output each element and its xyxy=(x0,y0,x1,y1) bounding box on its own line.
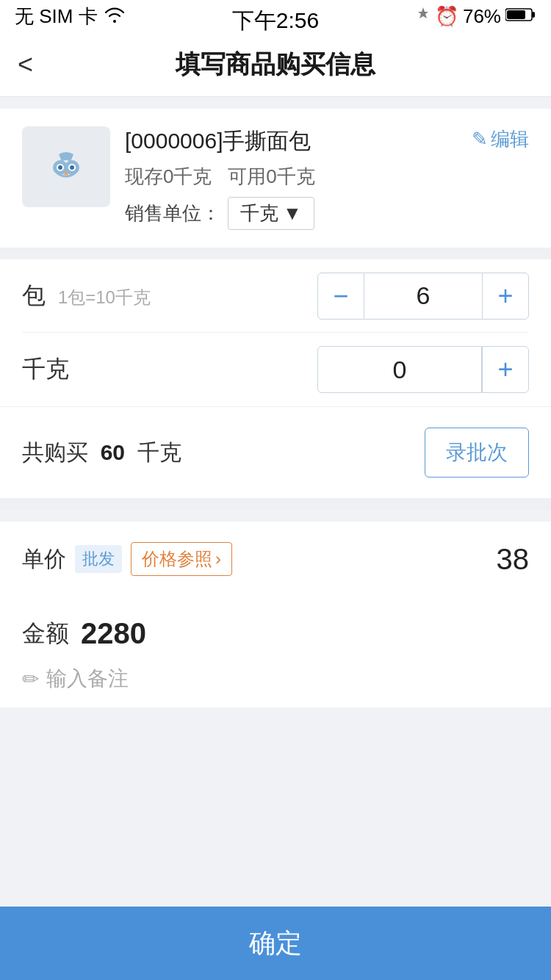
product-logo xyxy=(44,147,88,187)
bao-increase-button[interactable]: + xyxy=(482,273,529,320)
unit-select[interactable]: 千克 ▼ xyxy=(228,197,314,230)
total-section: 共购买 60 千克 录批次 xyxy=(0,406,551,498)
wifi-icon xyxy=(104,5,126,28)
status-bar: 无 SIM 卡 下午2:56 ⏰ 76% xyxy=(0,0,551,32)
kg-label: 千克 xyxy=(22,353,184,386)
product-thumbnail xyxy=(22,126,110,207)
product-unit-row: 销售单位： 千克 ▼ xyxy=(125,197,529,230)
carrier-text: 无 SIM 卡 xyxy=(15,4,98,29)
amount-section: 金额 2280 ✏ 输入备注 xyxy=(0,597,551,707)
svg-rect-1 xyxy=(532,12,535,18)
bao-controls: − + xyxy=(317,273,529,320)
kg-controls: + xyxy=(317,346,529,393)
svg-rect-2 xyxy=(507,10,525,19)
battery-text: 76% xyxy=(463,5,501,28)
svg-point-7 xyxy=(58,165,62,170)
quantity-row-bao: 包 1包=10千克 − + xyxy=(22,259,529,333)
batch-button[interactable]: 录批次 xyxy=(425,428,529,478)
price-section: 单价 批发 价格参照 › 38 xyxy=(0,522,551,597)
amount-row: 金额 2280 xyxy=(22,617,529,650)
product-card: [0000006]手撕面包 现存0千克 可用0千克 销售单位： 千克 ▼ ✎ 编… xyxy=(0,109,551,248)
amount-label: 金额 xyxy=(22,618,69,650)
location-icon xyxy=(416,5,431,28)
quantity-row-kg: 千克 + xyxy=(22,333,529,406)
product-name: [0000006]手撕面包 xyxy=(125,126,529,156)
back-button[interactable]: < xyxy=(18,49,33,80)
nav-bar: < 填写商品购买信息 xyxy=(0,32,551,97)
kg-quantity-input[interactable] xyxy=(317,346,482,393)
price-left: 单价 批发 价格参照 › xyxy=(22,542,232,576)
total-text: 共购买 60 千克 xyxy=(22,438,181,468)
svg-point-8 xyxy=(70,165,74,170)
pencil-icon: ✏ xyxy=(22,667,39,691)
status-carrier: 无 SIM 卡 xyxy=(15,4,126,29)
product-stock: 现存0千克 可用0千克 xyxy=(125,164,529,190)
amount-value: 2280 xyxy=(81,617,146,650)
remark-placeholder: 输入备注 xyxy=(46,665,129,693)
price-reference-button[interactable]: 价格参照 › xyxy=(131,542,232,576)
bao-hint: 1包=10千克 xyxy=(58,287,151,307)
price-value: 38 xyxy=(497,543,530,576)
remark-row[interactable]: ✏ 输入备注 xyxy=(22,665,529,693)
status-right: ⏰ 76% xyxy=(416,5,536,28)
status-time: 下午2:56 xyxy=(232,6,319,36)
alarm-icon: ⏰ xyxy=(435,5,458,28)
battery-icon xyxy=(505,5,536,28)
edit-icon: ✎ xyxy=(472,128,488,151)
page-title: 填写商品购买信息 xyxy=(176,48,375,82)
edit-button[interactable]: ✎ 编辑 xyxy=(472,126,529,152)
price-label: 单价 xyxy=(22,544,66,574)
bao-decrease-button[interactable]: − xyxy=(317,273,364,320)
section-divider-1 xyxy=(0,248,551,259)
bao-quantity-input[interactable] xyxy=(364,273,482,320)
quantity-section: 包 1包=10千克 − + 千克 + xyxy=(0,259,551,406)
price-tag: 批发 xyxy=(75,545,122,573)
confirm-button[interactable]: 确定 xyxy=(0,907,551,980)
bao-label: 包 1包=10千克 xyxy=(22,280,184,312)
dropdown-arrow-icon: ▼ xyxy=(283,202,302,225)
product-info: [0000006]手撕面包 现存0千克 可用0千克 销售单位： 千克 ▼ xyxy=(125,126,529,230)
empty-space xyxy=(0,707,551,913)
kg-increase-button[interactable]: + xyxy=(482,346,529,393)
price-ref-arrow-icon: › xyxy=(215,549,221,569)
section-divider-2 xyxy=(0,498,551,510)
